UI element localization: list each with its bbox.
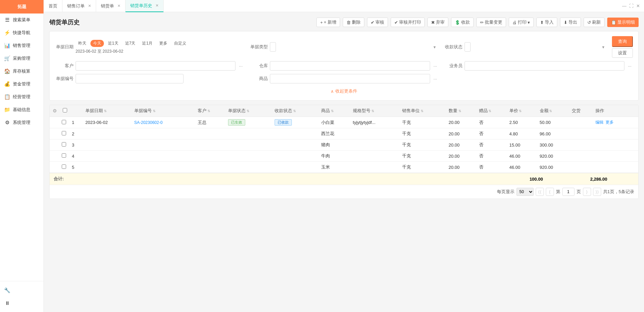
row-action[interactable] [593, 139, 638, 151]
collapse-button[interactable]: ∧ 收起更条件 [55, 87, 633, 96]
show-detail-button[interactable]: 📋 显示明细 [607, 18, 639, 27]
row-action[interactable] [593, 151, 638, 162]
agent-input[interactable] [465, 61, 624, 71]
page-prev-button[interactable]: ⟨ [546, 188, 554, 196]
row-action[interactable]: 编辑更多 [593, 117, 638, 128]
tab-minimize-icon[interactable]: — [622, 3, 626, 8]
row-doc-no[interactable]: SA-20230602-0 [132, 117, 196, 128]
row-doc-no[interactable] [132, 139, 196, 151]
sidebar-item-finance-mgmt[interactable]: 💰 资金管理 [0, 78, 44, 90]
date-tab-recent1m[interactable]: 近1月 [139, 40, 155, 47]
doc-no-input[interactable] [76, 74, 184, 83]
date-tab-today[interactable]: 今天 [90, 40, 104, 47]
th-doc-date[interactable]: 单据日期 [83, 105, 132, 117]
date-tab-yesterday[interactable]: 昨天 [76, 40, 89, 47]
per-page-select[interactable]: 50 100 200 [516, 188, 534, 196]
date-tab-recent1d[interactable]: 近1天 [105, 40, 121, 47]
th-amount[interactable]: 金额 [538, 105, 570, 117]
row-action[interactable] [593, 128, 638, 139]
goods-dots-button[interactable]: ··· [432, 76, 439, 81]
refresh-button[interactable]: ↺ 刷新 [584, 18, 605, 27]
tab-close-sales-order[interactable]: ✕ [88, 4, 91, 8]
tab-sales-goods[interactable]: 销货单 ✕ [96, 0, 125, 12]
table-settings-icon[interactable]: ⚙ [53, 108, 57, 113]
customer-input[interactable] [76, 61, 235, 71]
page-next-button[interactable]: ⟩ [583, 188, 591, 196]
th-goods[interactable]: 商品 [319, 105, 351, 117]
sidebar-item-inventory[interactable]: 🏠 库存核算 [0, 65, 44, 78]
row-check[interactable] [60, 151, 70, 162]
row-checkbox-0[interactable] [62, 120, 66, 124]
customer-dots-button[interactable]: ··· [237, 63, 244, 69]
row-doc-no[interactable] [132, 151, 196, 162]
tab-home[interactable]: 首页 [44, 0, 62, 12]
select-all-checkbox[interactable] [63, 108, 67, 112]
abandon-button[interactable]: ✖ 弃审 [427, 18, 448, 27]
import-button[interactable]: ⬆ 导入 [536, 18, 557, 27]
query-button[interactable]: 查询 [612, 36, 633, 47]
receive-status-select[interactable] [465, 42, 471, 52]
row-check[interactable] [60, 117, 70, 128]
row-checkbox-3[interactable] [62, 153, 66, 158]
row-doc-no[interactable] [132, 128, 196, 139]
th-receive-status[interactable]: 收款状态 [273, 105, 319, 117]
receive-button[interactable]: 💲 收款 [451, 18, 474, 27]
tab-close-all-icon[interactable]: ✕ [636, 3, 640, 8]
audit-print-button[interactable]: ✔ 审核并打印 [391, 18, 425, 27]
row-check[interactable] [60, 128, 70, 139]
row-action[interactable] [593, 162, 638, 173]
sidebar-item-search-menu[interactable]: ☰ 搜索菜单 [0, 14, 44, 26]
add-button[interactable]: + + 新增 [316, 18, 340, 27]
edit-link-0[interactable]: 编辑 [595, 120, 604, 125]
th-gift[interactable]: 赠品 [477, 105, 507, 117]
tab-expand-icon[interactable]: ⛶ [629, 3, 634, 8]
warehouse-input[interactable] [270, 61, 430, 71]
goods-input[interactable] [270, 74, 430, 83]
setting-button[interactable]: 设置 [612, 48, 633, 58]
sidebar-item-purchase-mgmt[interactable]: 🛒 采购管理 [0, 52, 44, 65]
th-unit-price[interactable]: 单价 [507, 105, 538, 117]
print-button[interactable]: 🖨 打印 ▾ [509, 18, 534, 27]
th-qty[interactable]: 数量 [447, 105, 477, 117]
batch-change-button[interactable]: ✏ 批量变更 [476, 18, 506, 27]
export-button[interactable]: ⬇ 导出 [560, 18, 581, 27]
more-link-0[interactable]: 更多 [606, 120, 614, 125]
sidebar-item-collapse[interactable]: ⏸ [0, 297, 44, 309]
agent-dots-button[interactable]: ··· [626, 63, 633, 69]
tab-close-sales-goods[interactable]: ✕ [117, 4, 120, 8]
date-tab-custom[interactable]: 自定义 [171, 40, 189, 47]
tab-close-sales-history[interactable]: ✕ [156, 3, 159, 8]
row-doc-no[interactable] [132, 162, 196, 173]
audit-button[interactable]: ✔ 审核 [367, 18, 388, 27]
row-checkbox-1[interactable] [62, 131, 66, 135]
warehouse-dots-button[interactable]: ··· [432, 63, 439, 69]
page-last-button[interactable]: ⟩⟩ [593, 188, 601, 196]
row-check[interactable] [60, 162, 70, 173]
th-doc-no[interactable]: 单据编号 [132, 105, 196, 117]
sidebar-item-operation-mgmt[interactable]: 📋 经营管理 [0, 90, 44, 103]
row-check[interactable] [60, 139, 70, 151]
sidebar-item-base-info[interactable]: 📁 基础信息 [0, 103, 44, 116]
th-settings[interactable]: ⚙ [50, 105, 60, 117]
doc-type-select[interactable] [270, 42, 276, 52]
th-spec[interactable]: 规格型号 [351, 105, 400, 117]
sidebar-item-settings-bottom[interactable]: 🔧 [0, 284, 44, 297]
page-first-button[interactable]: ⟨⟨ [536, 188, 544, 196]
doc-no-link-0[interactable]: SA-20230602-0 [134, 120, 163, 125]
sidebar-item-sales-mgmt[interactable]: 📊 销售管理 [0, 39, 44, 52]
row-checkbox-2[interactable] [62, 142, 66, 147]
tab-sales-order[interactable]: 销售订单 ✕ [62, 0, 96, 12]
date-tab-more[interactable]: 更多 [157, 40, 170, 47]
th-customer[interactable]: 客户 [196, 105, 226, 117]
delete-button[interactable]: 🗑 删除 [343, 18, 364, 27]
tab-sales-history[interactable]: 销货单历史 ✕ [125, 0, 164, 12]
sidebar-item-sys-mgmt[interactable]: ⚙ 系统管理 [0, 116, 44, 129]
row-sales-unit: 千克 [400, 128, 447, 139]
th-doc-status[interactable]: 单据状态 [226, 105, 273, 117]
th-sales-unit[interactable]: 销售单位 [400, 105, 447, 117]
page-number-input[interactable] [562, 188, 575, 196]
date-tab-recent7d[interactable]: 近7天 [122, 40, 138, 47]
row-checkbox-4[interactable] [62, 164, 66, 169]
sidebar-item-quick-nav[interactable]: ⚡ 快捷导航 [0, 26, 44, 39]
row-doc-date: 2023-06-02 [83, 117, 132, 128]
